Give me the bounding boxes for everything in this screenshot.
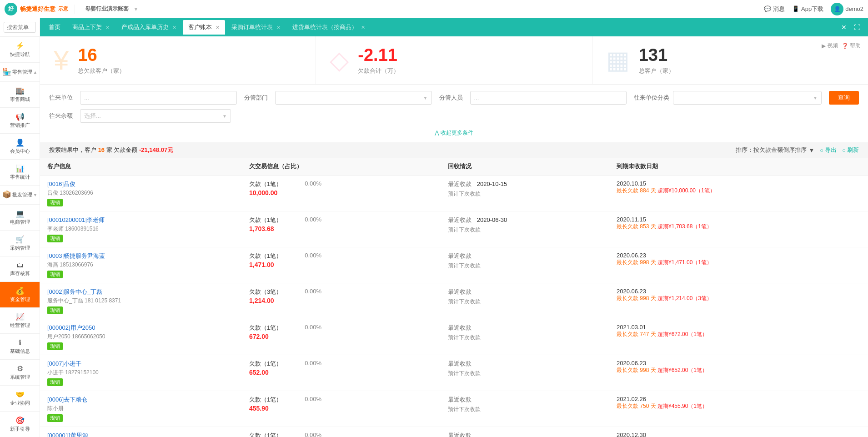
recent-label-5: 最近收款 [448, 360, 472, 367]
overdue-days-0: 最长欠款 884 天 [617, 187, 657, 194]
overdue-link-5[interactable]: 超期¥652.00（1笔） [657, 367, 707, 373]
tab-customer-account[interactable]: 客户账本 ✕ [183, 20, 225, 35]
debt-left-1: 欠款（1笔） 1,703.68 [249, 216, 282, 232]
sidebar-item-ecommerce[interactable]: 💻 电商管理 [0, 205, 40, 231]
tab-products[interactable]: 商品上下架 ✕ [67, 20, 115, 35]
col-recovery: 回收情况 [441, 158, 609, 176]
customer-name-4[interactable]: [000002]用户2050 [47, 324, 235, 332]
tab-stock-stats[interactable]: 进货单统计表（按商品） ✕ [287, 20, 371, 35]
sort-arrow: ▼ [808, 147, 814, 154]
stat-card-overdue-customers: ¥ 16 总欠款客户（家） [40, 36, 316, 84]
cell-customer-2: [0003]畅捷服务尹海蓝 海燕 18513066976 现销 [40, 247, 242, 283]
sidebar-item-batch-mgmt[interactable]: 📦 批发管理 ▼ [0, 186, 40, 205]
user-area[interactable]: 👤 demo2 [831, 3, 863, 15]
customer-name-7[interactable]: [000001]黄思源 [47, 432, 235, 437]
collapse-row[interactable]: ⋀ 收起更多条件 [49, 127, 859, 139]
debt-amount-6[interactable]: 455.90 [249, 405, 282, 412]
results-customer-unit: 家 [106, 146, 112, 153]
filter-dept-arrow: ▼ [423, 95, 428, 100]
filter-row-2: 往来余额 选择... ▼ [49, 109, 231, 123]
table-row: [0003]畅捷服务尹海蓝 海燕 18513066976 现销 欠款（1笔） 1… [40, 247, 868, 283]
tab-stock-close[interactable]: ✕ [361, 25, 365, 30]
debt-amount-0[interactable]: 10,000.00 [249, 189, 282, 196]
debt-amount-1[interactable]: 1,703.68 [249, 225, 282, 232]
cell-overdue-1: 2020.11.15 最长欠款 853 天 超期¥1,703.68（1笔） [609, 211, 868, 247]
sidebar-item-enterprise-coop[interactable]: 🤝 企业协同 [0, 386, 40, 412]
filter-row-1: 往来单位 ... 分管部门 ▼ [49, 91, 859, 105]
sidebar-search-input[interactable] [4, 22, 36, 33]
overdue-info-5: 最长欠款 998 天 超期¥652.00（1笔） [617, 367, 861, 374]
sidebar-item-basic-info[interactable]: ℹ 基础信息 [0, 334, 40, 360]
debt-count-1: 欠款（1笔） [249, 216, 282, 224]
sidebar-item-quick-nav[interactable]: ⚡ 快捷导航 [0, 37, 40, 63]
sidebar-item-business[interactable]: 📈 经营管理 [0, 308, 40, 334]
sort-select[interactable]: 排序：按欠款金额倒序排序 ▼ [736, 146, 814, 154]
tab-production-close[interactable]: ✕ [172, 25, 176, 30]
sidebar-item-purchase[interactable]: 🛒 采购管理 [0, 231, 40, 256]
video-action-btn[interactable]: ▶ 视频 [822, 42, 838, 50]
stat-label-total: 总客户（家） [639, 67, 674, 75]
customer-name-6[interactable]: [0006]去下粮仓 [47, 396, 235, 404]
sidebar-item-retail-mgmt[interactable]: 🏪 零售管理 ▲ [0, 63, 40, 82]
overdue-date-4: 2021.03.01 [617, 324, 861, 331]
overdue-link-6[interactable]: 超期¥455.90（1笔） [657, 403, 707, 409]
filter-balance-select[interactable]: 选择... ▼ [80, 109, 231, 123]
tab-purchase-close[interactable]: ✕ [276, 25, 281, 30]
tab-maximize-btn[interactable]: ⛶ [852, 23, 862, 32]
sidebar-item-newbie[interactable]: 🎯 新手引导 [0, 412, 40, 437]
tab-production[interactable]: 产成品入库单历史 ✕ [116, 20, 182, 35]
sidebar-item-retail-stats[interactable]: 📊 零售统计 [0, 160, 40, 186]
sidebar-item-system[interactable]: ⚙ 系统管理 [0, 360, 40, 386]
customer-name-1[interactable]: [00010200001]李老师 [47, 216, 235, 224]
customer-name-0[interactable]: [0016]吕俊 [47, 180, 235, 188]
debt-amount-4[interactable]: 672.00 [249, 333, 282, 340]
cell-recovery-5: 最近收款 预计下次收款 [441, 355, 609, 391]
sidebar-item-retail-mall[interactable]: 🏬 零售商城 [0, 82, 40, 108]
data-table: 客户信息 欠交易信息（占比） 回收情况 到期未收款日期 [0016]吕俊 吕俊 … [40, 158, 868, 437]
overdue-date-0: 2020.10.15 [617, 180, 861, 187]
filter-dept-select[interactable]: ▼ [275, 91, 432, 105]
debt-amount-5[interactable]: 652.00 [249, 369, 282, 376]
overdue-link-2[interactable]: 超期¥1,471.00（1笔） [657, 259, 712, 266]
tab-products-close[interactable]: ✕ [105, 25, 110, 30]
filter-unit-category-select[interactable]: ▼ [673, 91, 822, 105]
retail-mall-icon: 🏬 [2, 86, 37, 95]
overdue-link-4[interactable]: 超期¥672.00（1笔） [657, 331, 707, 337]
refresh-btn[interactable]: ○ 刷新 [842, 146, 859, 154]
sidebar-item-inventory[interactable]: 🗂 库存核算 [0, 256, 40, 282]
customer-name-3[interactable]: [0002]服务中心_丁磊 [47, 288, 235, 296]
filter-source-unit-label: 往来单位 [49, 94, 76, 102]
cell-recovery-1: 最近收款 2020-06-30 预计下次收款 [441, 211, 609, 247]
export-btn[interactable]: ○ 导出 [820, 146, 837, 154]
debt-count-3: 欠款（3笔） [249, 288, 282, 296]
overdue-link-1[interactable]: 超期¥1,703.68（1笔） [657, 223, 712, 230]
tab-home[interactable]: 首页 [42, 23, 67, 31]
filter-person-input[interactable]: ... [470, 91, 627, 105]
debt-left-6: 欠款（1笔） 455.90 [249, 396, 282, 412]
help-action-btn[interactable]: ❓ 帮助 [842, 42, 861, 50]
filter-unit-category-arrow: ▼ [813, 95, 818, 100]
message-btn[interactable]: 💬 消息 [764, 5, 785, 13]
filter-source-unit-input[interactable]: ... [80, 91, 237, 105]
customer-name-5[interactable]: [0007]小进干 [47, 360, 235, 368]
debt-amount-2[interactable]: 1,471.00 [249, 261, 282, 268]
sidebar-item-marketing[interactable]: 📢 营销推广 [0, 108, 40, 134]
tab-purchase-order[interactable]: 采购订单统计表 ✕ [226, 20, 286, 35]
overdue-link-0[interactable]: 超期¥10,000.00（1笔） [657, 187, 715, 194]
query-button[interactable]: 查询 [829, 91, 859, 105]
customer-name-2[interactable]: [0003]畅捷服务尹海蓝 [47, 252, 235, 260]
tab-close-all-btn[interactable]: ✕ [839, 23, 848, 32]
overdue-link-3[interactable]: 超期¥1,214.00（3笔） [657, 295, 712, 301]
debt-count-5: 欠款（1笔） [249, 360, 282, 368]
cell-debt-0: 欠款（1笔） 10,000.00 0.00% [242, 176, 441, 211]
col-overdue-date: 到期未收款日期 [609, 158, 868, 176]
debt-amount-3[interactable]: 1,214.00 [249, 297, 282, 304]
company-dropdown-icon[interactable]: ▼ [133, 6, 139, 12]
app-download-btn[interactable]: 📱 App下载 [792, 5, 823, 13]
logo-area: 好 畅捷通好生意 示意 母婴行业演示账套 ▼ [5, 3, 139, 15]
app-wrapper: 好 畅捷通好生意 示意 母婴行业演示账套 ▼ 💬 消息 📱 App下载 👤 de… [0, 0, 868, 437]
batch-mgmt-label: 批发管理 [12, 191, 32, 198]
sidebar-item-member[interactable]: 👤 会员中心 [0, 134, 40, 160]
tab-customer-close[interactable]: ✕ [216, 25, 220, 30]
sidebar-item-capital[interactable]: 💰 资金管理 [0, 282, 40, 308]
